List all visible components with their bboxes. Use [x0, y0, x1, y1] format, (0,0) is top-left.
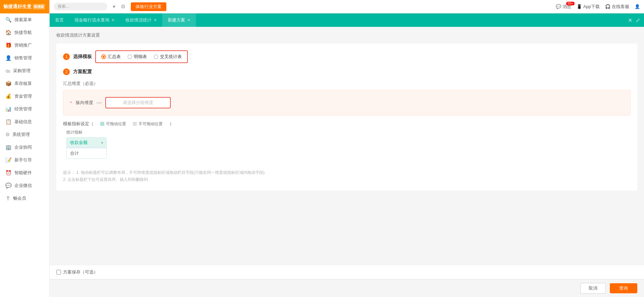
required-marker: * [70, 100, 72, 105]
close-all-icon[interactable]: ✕ [628, 17, 632, 23]
topbar-right: 💬 消息 99+ 📱 App下载 🎧 在线客服 👤 [556, 4, 640, 10]
tab-collection-stats[interactable]: 收款情况统计 ✕ [120, 13, 162, 27]
radio-summary[interactable]: 汇总表 [101, 54, 121, 60]
hints: 提示： 1. 拖动标题栏可以调整布局，不可跨维度或指标区域拖动栏目字段(只能在同… [63, 170, 631, 183]
legend-nodrag-dot [133, 122, 137, 126]
query-button[interactable]: 查询 [610, 283, 637, 293]
stats-row: 合计 [67, 148, 106, 158]
sidebar-item-system[interactable]: ⚙ 系统管理 [0, 128, 49, 141]
sidebar-label: 企业协同 [14, 144, 32, 150]
online-service-label: 在线客服 [612, 4, 629, 10]
cancel-button[interactable]: 取消 [580, 283, 606, 294]
sidebar-label: 系统管理 [12, 132, 30, 138]
home-icon: 🏠 [5, 30, 12, 36]
sidebar-tag: 标准版 [33, 4, 45, 9]
summary-dim-title: 汇总维度（必选） [63, 81, 631, 87]
sidebar-label: 基础信息 [14, 119, 32, 125]
industry-btn[interactable]: 体验行业方案 [131, 2, 166, 11]
sidebar-label: 营销推广 [14, 42, 32, 48]
clock-icon: ⏰ [5, 170, 12, 176]
sidebar-item-operation[interactable]: 📊 经营管理 [0, 103, 49, 115]
save-section: 方案保存（可选） [50, 265, 644, 279]
sidebar-logo: 畅捷通好生意 标准版 [0, 0, 49, 13]
app-download-item[interactable]: 📱 App下载 [577, 4, 600, 10]
hint-2: 2. 点击标题栏下拉可设置排序、插入列和删除列 [63, 177, 631, 183]
stats-col-header[interactable]: 收款金额 ▾ [67, 138, 106, 148]
tab-home[interactable]: 首页 [50, 13, 69, 27]
tab-close-collection-stats[interactable]: ✕ [154, 18, 157, 22]
tab-label: 新建方案 [168, 17, 185, 23]
user-avatar[interactable]: 👤 [635, 4, 640, 9]
sidebar-item-finance[interactable]: 💰 资金管理 [0, 90, 49, 103]
dim-placeholder-text: 请选择分组维度 [123, 100, 153, 105]
stats-row-label: 合计 [70, 151, 79, 156]
stats-chevron-icon: ▾ [101, 141, 103, 145]
dim-placeholder-input[interactable]: 请选择分组维度 [105, 97, 171, 108]
sidebar-label: 库存核算 [14, 81, 32, 87]
download-icon: 📱 [577, 4, 582, 9]
message-item[interactable]: 💬 消息 99+ [556, 4, 571, 10]
radio-label-detail: 明细表 [134, 54, 147, 60]
sidebar-item-marketing[interactable]: 🎁 营销推广 [0, 39, 49, 52]
radio-dot-detail [127, 54, 132, 59]
settings-icon[interactable]: ⚙ [121, 3, 125, 10]
sidebar-item-enterprise[interactable]: 🏢 企业协同 [0, 141, 49, 154]
sidebar-item-wechat[interactable]: 💬 企业微信 [0, 179, 49, 192]
radio-cross[interactable]: 交叉统计表 [154, 54, 182, 60]
gift-icon: 🎁 [5, 42, 12, 48]
legend-drag-dot [100, 122, 104, 126]
sidebar-label: 畅会员 [13, 195, 26, 201]
main-area: 搜索... ▾ ⚙ 体验行业方案 💬 消息 99+ 📱 App下载 🎧 在线客服… [50, 0, 644, 297]
tab-new-plan[interactable]: 新建方案 ✕ [162, 13, 196, 27]
legend-drag: 可拖动位置 [100, 121, 126, 127]
gear-icon: ⚙ [5, 132, 10, 138]
stats-block-wrapper: 统计指标 收款金额 ▾ 合计 [66, 130, 631, 160]
message-icon: 💬 [556, 4, 561, 9]
building-icon: 🏢 [5, 144, 12, 150]
arrow-icon: — [97, 100, 102, 106]
tabbar: 首页 现金银行流水查询 ✕ 收款情况统计 ✕ 新建方案 ✕ ✕ ⤢ [50, 13, 644, 27]
sidebar-item-member[interactable]: 🎖 畅会员 [0, 192, 49, 205]
legend-drag-label: 可拖动位置 [106, 121, 126, 127]
dimension-area: * 纵向维度 — 请选择分组维度 [63, 90, 631, 115]
radio-label-summary: 汇总表 [108, 54, 121, 60]
topbar-search[interactable]: 搜索... [54, 3, 107, 10]
sidebar-label: 智能硬件 [14, 170, 32, 176]
sidebar-item-sales[interactable]: 👤 销售管理 [0, 52, 49, 64]
tab-bank-flow[interactable]: 现金银行流水查询 ✕ [69, 13, 120, 27]
radio-detail[interactable]: 明细表 [127, 54, 147, 60]
search-icon: 🔍 [5, 17, 12, 23]
note-icon: 📝 [5, 157, 12, 163]
sidebar-item-smart-hw[interactable]: ⏰ 智能硬件 [0, 166, 49, 179]
tabbar-actions: ✕ ⤢ [624, 13, 644, 27]
sidebar-label: 经营管理 [14, 106, 32, 112]
radio-label-cross: 交叉统计表 [160, 54, 182, 60]
save-checkbox[interactable] [56, 270, 61, 275]
online-service-item[interactable]: 🎧 在线客服 [605, 4, 629, 10]
stats-col-label: 收款金额 [70, 140, 88, 146]
user-icon: 👤 [635, 4, 640, 9]
metric-config: 模板指标设定（ 可拖动位置 不可拖动位置 ） [63, 121, 631, 183]
medal-icon: 🎖 [5, 196, 10, 201]
tab-close-bank-flow[interactable]: ✕ [111, 18, 115, 22]
sidebar-item-inventory[interactable]: 📦 库存核算 [0, 77, 49, 90]
radio-dot-cross [154, 54, 158, 59]
stats-block: 收款金额 ▾ 合计 [66, 137, 107, 159]
sidebar-item-search-menu[interactable]: 🔍 搜索菜单 [0, 13, 49, 26]
sidebar-item-guide[interactable]: 📝 新手引导 [0, 154, 49, 166]
legend-nodrag: 不可拖动位置 [133, 121, 163, 127]
sidebar: 畅捷通好生意 标准版 🔍 搜索菜单 🏠 快捷导航 🎁 营销推广 👤 销售管理 🛍… [0, 0, 50, 297]
sidebar-item-basic-info[interactable]: 📋 基础信息 [0, 115, 49, 128]
box-icon: 📦 [5, 81, 12, 87]
tab-label: 收款情况统计 [125, 17, 152, 23]
sidebar-item-quick-nav[interactable]: 🏠 快捷导航 [0, 26, 49, 39]
chat-icon: 💬 [5, 183, 12, 189]
step1-label: 选择模板 [73, 54, 92, 60]
legend-close: ） [169, 121, 174, 127]
expand-icon[interactable]: ⤢ [636, 17, 640, 23]
topbar: 搜索... ▾ ⚙ 体验行业方案 💬 消息 99+ 📱 App下载 🎧 在线客服… [50, 0, 644, 13]
tab-close-new-plan[interactable]: ✕ [187, 18, 191, 22]
sidebar-item-purchase[interactable]: 🛍 采购管理 [0, 64, 49, 77]
step2-section: 2 方案配置 汇总维度（必选） * 纵向维度 — 请选择分组维度 [63, 68, 631, 183]
content: 收款情况统计方案设置 1 选择模板 汇总表 明细表 [50, 27, 644, 265]
